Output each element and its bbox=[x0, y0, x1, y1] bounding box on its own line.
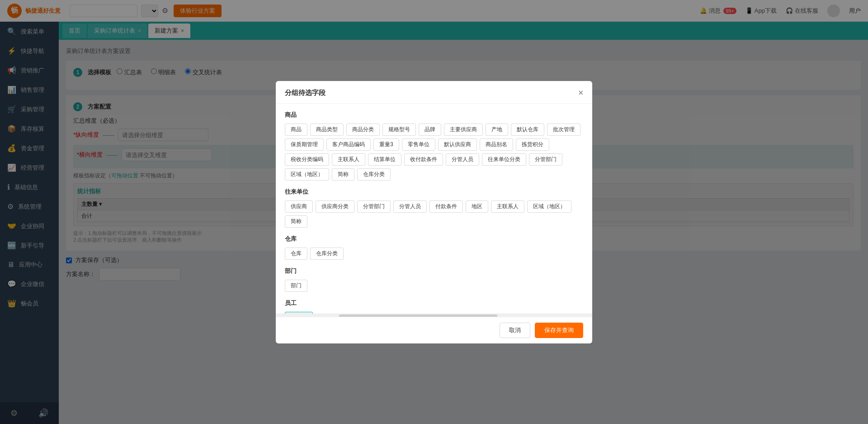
tag-warehouse[interactable]: 仓库 bbox=[285, 248, 307, 260]
tag-product[interactable]: 商品 bbox=[285, 124, 307, 136]
section-employee: 员工 业务员 bbox=[285, 299, 583, 314]
modal-cancel-btn[interactable]: 取消 bbox=[500, 323, 530, 338]
tag-default-warehouse[interactable]: 默认仓库 bbox=[511, 124, 544, 136]
modal-header: 分组待选字段 × bbox=[276, 81, 592, 104]
modal-confirm-btn[interactable]: 保存并查询 bbox=[535, 323, 583, 338]
tag-dept[interactable]: 部门 bbox=[285, 280, 307, 292]
tag-spec-model[interactable]: 规格型号 bbox=[382, 124, 416, 136]
tag-main-contact[interactable]: 主联系人 bbox=[332, 153, 365, 166]
tag-pick-score[interactable]: 拣货积分 bbox=[516, 138, 549, 151]
tag-supplier[interactable]: 供应商 bbox=[285, 200, 313, 213]
tag-warehouse-category[interactable]: 仓库分类 bbox=[357, 168, 391, 181]
modal-title: 分组待选字段 bbox=[285, 89, 326, 97]
tag-warehouse-cat[interactable]: 仓库分类 bbox=[310, 248, 344, 260]
modal-close-btn[interactable]: × bbox=[578, 88, 583, 98]
section-partner-tags: 供应商 供应商分类 分管部门 分管人员 付款条件 地区 主联系人 区域（地区） … bbox=[285, 200, 583, 228]
section-dept: 部门 部门 bbox=[285, 267, 583, 292]
tag-expiry-mgmt[interactable]: 保质期管理 bbox=[285, 138, 324, 151]
section-partner: 往来单位 供应商 供应商分类 分管部门 分管人员 付款条件 地区 主联系人 区域… bbox=[285, 188, 583, 228]
section-warehouse: 仓库 仓库 仓库分类 bbox=[285, 235, 583, 260]
section-dept-tags: 部门 bbox=[285, 280, 583, 292]
tag-customer-code[interactable]: 客户商品编码 bbox=[326, 138, 371, 151]
section-product-tags: 商品 商品类型 商品分类 规格型号 品牌 主要供应商 产地 默认仓库 批次管理 … bbox=[285, 124, 583, 181]
tag-origin[interactable]: 产地 bbox=[486, 124, 508, 136]
tag-brand[interactable]: 品牌 bbox=[419, 124, 441, 136]
tag-product-category[interactable]: 商品分类 bbox=[346, 124, 380, 136]
modal-horizontal-scrollbar[interactable] bbox=[276, 314, 592, 316]
tag-region-product[interactable]: 区域（地区） bbox=[285, 168, 329, 181]
tag-batch-mgmt[interactable]: 批次管理 bbox=[547, 124, 580, 136]
modal-hscroll-thumb bbox=[339, 314, 497, 316]
field-select-modal: 分组待选字段 × 商品 商品 商品类型 商品分类 规格型号 品牌 主要供应商 产… bbox=[276, 81, 592, 343]
section-product-title: 商品 bbox=[285, 111, 583, 119]
tag-supervisor[interactable]: 分管人员 bbox=[446, 153, 479, 166]
tag-abbrev-p[interactable]: 简称 bbox=[285, 215, 307, 228]
tag-supervisor-p[interactable]: 分管人员 bbox=[393, 200, 427, 213]
tag-dept-managed-p[interactable]: 分管部门 bbox=[357, 200, 391, 213]
tag-payment-terms-p[interactable]: 付款条件 bbox=[429, 200, 463, 213]
modal-body: 商品 商品 商品类型 商品分类 规格型号 品牌 主要供应商 产地 默认仓库 批次… bbox=[276, 104, 592, 314]
section-warehouse-title: 仓库 bbox=[285, 235, 583, 243]
tag-payment-terms[interactable]: 收付款条件 bbox=[404, 153, 443, 166]
tag-product-type[interactable]: 商品类型 bbox=[310, 124, 344, 136]
section-product: 商品 商品 商品类型 商品分类 规格型号 品牌 主要供应商 产地 默认仓库 批次… bbox=[285, 111, 583, 181]
tag-default-supplier[interactable]: 默认供应商 bbox=[438, 138, 477, 151]
section-dept-title: 部门 bbox=[285, 267, 583, 275]
tag-main-supplier[interactable]: 主要供应商 bbox=[444, 124, 483, 136]
section-partner-title: 往来单位 bbox=[285, 188, 583, 196]
tag-retail-unit[interactable]: 零售单位 bbox=[402, 138, 435, 151]
section-employee-title: 员工 bbox=[285, 299, 583, 307]
tag-weight[interactable]: 重量3 bbox=[373, 138, 399, 151]
tag-region-p[interactable]: 地区 bbox=[466, 200, 488, 213]
tag-partner-category[interactable]: 往来单位分类 bbox=[482, 153, 526, 166]
tag-region2-p[interactable]: 区域（地区） bbox=[527, 200, 571, 213]
tag-supplier-category[interactable]: 供应商分类 bbox=[316, 200, 354, 213]
tag-product-alias[interactable]: 商品别名 bbox=[480, 138, 513, 151]
tag-dept-managed[interactable]: 分管部门 bbox=[529, 153, 562, 166]
modal-overlay: 分组待选字段 × 商品 商品 商品类型 商品分类 规格型号 品牌 主要供应商 产… bbox=[0, 0, 868, 424]
section-warehouse-tags: 仓库 仓库分类 bbox=[285, 248, 583, 260]
tag-tax-code[interactable]: 税收分类编码 bbox=[285, 153, 329, 166]
tag-abbrev-product[interactable]: 简称 bbox=[332, 168, 354, 181]
tag-main-contact-p[interactable]: 主联系人 bbox=[491, 200, 524, 213]
modal-footer: 取消 保存并查询 bbox=[276, 317, 592, 343]
tag-settlement-unit[interactable]: 结算单位 bbox=[368, 153, 401, 166]
